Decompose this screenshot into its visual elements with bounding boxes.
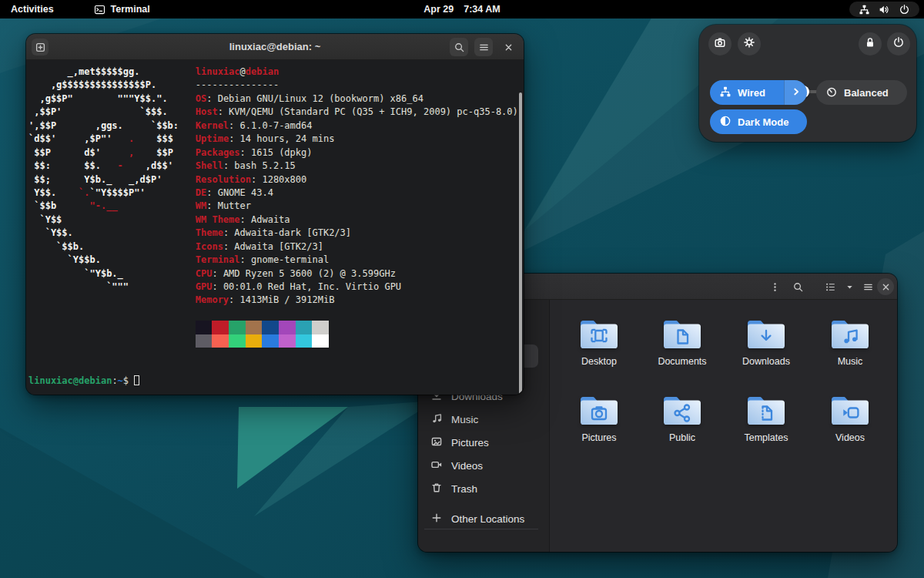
sidebar-item-label: Trash [451, 483, 477, 495]
folder-item-documents[interactable]: Documents [645, 316, 719, 367]
terminal-app-icon [94, 4, 105, 15]
clock-button[interactable]: Apr 29 7:34 AM [424, 4, 500, 15]
search-button[interactable] [788, 277, 807, 296]
terminal-palette-swatch [229, 334, 246, 348]
terminal-cursor [134, 375, 139, 386]
dark-mode-label: Dark Mode [738, 116, 788, 128]
terminal-text: DE [196, 187, 206, 198]
folder-label: Videos [813, 432, 887, 443]
activities-button[interactable]: Activities [3, 2, 62, 17]
sidebar-item-other-locations[interactable]: Other Locations [424, 509, 543, 529]
terminal-text: : Adwaita-dark [GTK2/3] [223, 227, 351, 238]
folder-item-desktop[interactable]: Desktop [562, 316, 636, 367]
folder-label: Music [813, 356, 887, 367]
wired-network-toggle[interactable]: Wired [710, 80, 807, 105]
terminal-text: ,$$P' `$$$. [28, 106, 196, 117]
terminal-palette-swatch [296, 334, 313, 348]
terminal-text: Shell [196, 160, 223, 171]
terminal-line [28, 334, 524, 348]
terminal-text: GPU [196, 281, 213, 292]
terminal-text: : 6.1.0-7-amd64 [229, 120, 312, 131]
terminal-text: Kernel [196, 120, 229, 131]
folder-label: Documents [645, 356, 719, 367]
terminal-text: `Y$$b. [28, 254, 196, 265]
terminal-text: Y$$. [28, 187, 79, 198]
sidebar-item-videos[interactable]: Videos [424, 455, 543, 476]
terminal-line: `$$b. Icons: Adwaita [GTK2/3] [28, 240, 524, 254]
folder-item-public[interactable]: Public [645, 392, 719, 443]
terminal-prompt-line: linuxiac@debian:~$ [28, 375, 524, 388]
activities-label: Activities [11, 4, 54, 15]
terminal-text: : KVM/QEMU (Standard PC (Q35 + ICH9, 200… [218, 106, 518, 117]
terminal-text: WM [196, 200, 206, 211]
terminal-palette-swatch [279, 321, 296, 334]
focused-app-indicator[interactable]: Terminal [86, 2, 158, 18]
terminal-text: linuxiac [196, 66, 240, 77]
terminal-text: `d$$' ,$P"' [28, 133, 129, 144]
terminal-search-button[interactable] [450, 38, 468, 56]
terminal-text: Memory [196, 294, 229, 305]
system-status-area[interactable] [849, 2, 919, 17]
files-content-grid: DesktopDocumentsDownloadsMusicPicturesPu… [550, 300, 897, 552]
folder-label: Public [645, 432, 719, 443]
screenshot-button[interactable] [708, 32, 732, 55]
folder-label: Templates [729, 432, 803, 443]
volume-icon [879, 4, 890, 15]
new-tab-button[interactable] [32, 39, 49, 55]
terminal-text: : 1615 (dpkg) [240, 147, 313, 158]
settings-gear-icon [743, 36, 755, 52]
folder-label: Desktop [562, 356, 636, 367]
folder-item-music[interactable]: Music [813, 316, 887, 367]
terminal-text: Packages [196, 147, 240, 158]
terminal-text: $$P [134, 147, 195, 158]
settings-button[interactable] [738, 32, 761, 55]
terminal-line [28, 348, 524, 361]
terminal-text: : 1280x800 [251, 174, 306, 185]
window-menu-button[interactable] [859, 277, 877, 296]
terminal-line: `"Y$b._ CPU: AMD Ryzen 5 3600 (2) @ 3.59… [28, 267, 524, 281]
terminal-text: `"Y$$$$P"' [89, 187, 195, 198]
dark-mode-toggle[interactable]: Dark Mode [710, 109, 807, 134]
terminal-text: @ [240, 66, 246, 77]
folder-item-downloads[interactable]: Downloads [729, 316, 803, 367]
terminal-text: $$: $$. [28, 160, 118, 171]
power-profile-toggle[interactable]: Balanced [816, 80, 907, 105]
terminal-text: OS [196, 93, 206, 104]
terminal-menu-button[interactable] [474, 38, 493, 56]
hamburger-icon [478, 42, 490, 53]
power-button[interactable] [887, 32, 910, 55]
terminal-line: `""" GPU: 00:01.0 Red Hat, Inc. Virtio G… [28, 281, 524, 294]
folder-label: Downloads [729, 356, 803, 367]
terminal-text: `Y$$ [28, 214, 196, 225]
sidebar-item-pictures[interactable]: Pictures [424, 432, 543, 453]
wired-expand-arrow[interactable] [784, 80, 807, 105]
terminal-close-button[interactable] [499, 38, 517, 56]
sidebar-item-music[interactable]: Music [424, 409, 543, 430]
terminal-line: ,$$P' `$$$. Host: KVM/QEMU (Standard PC … [28, 106, 524, 119]
view-options-dropdown[interactable] [842, 277, 856, 296]
terminal-text: : 1413MiB / 3912MiB [229, 294, 334, 305]
folder-item-templates[interactable]: Templates [729, 392, 803, 443]
folder-item-videos[interactable]: Videos [813, 392, 887, 443]
terminal-palette-swatch [246, 334, 263, 348]
terminal-viewport[interactable]: _,met$$$$$gg. linuxiac@debian ,g$$$$$$$$… [26, 60, 524, 395]
terminal-text: $$P d$' [28, 147, 129, 158]
lock-button[interactable] [859, 32, 882, 55]
sidebar-item-trash[interactable]: Trash [424, 479, 543, 499]
terminal-line: $$; Y$b._ _,d$P' Resolution: 1280x800 [28, 173, 524, 187]
terminal-text: `. [79, 187, 89, 198]
folder-downloads-icon [729, 316, 803, 351]
terminal-headerbar[interactable]: linuxiac@debian: ~ [26, 34, 524, 60]
folder-item-pictures[interactable]: Pictures [562, 392, 636, 443]
close-window-button[interactable] [877, 278, 894, 295]
terminal-text: `""" [28, 281, 196, 292]
search-icon [454, 42, 465, 53]
terminal-text: : Mutter [206, 200, 251, 211]
terminal-text: CPU [196, 268, 213, 279]
terminal-scrollbar[interactable] [519, 92, 522, 395]
terminal-text: : 00:01.0 Red Hat, Inc. Virtio GPU [212, 281, 401, 292]
more-options-button[interactable] [765, 277, 784, 296]
terminal-text: : [112, 375, 117, 386]
power-profile-icon [825, 86, 838, 100]
list-view-button[interactable] [821, 277, 839, 296]
